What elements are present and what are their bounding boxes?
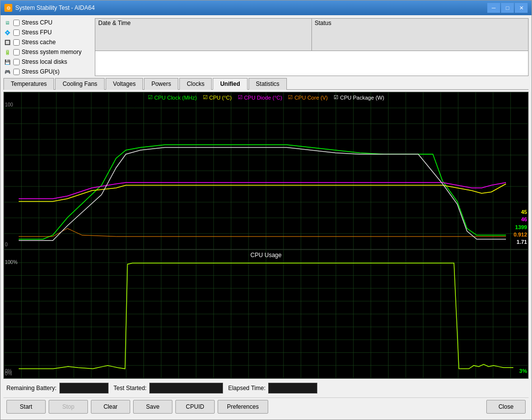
clear-button[interactable]: Clear: [91, 400, 130, 414]
tab-powers[interactable]: Powers: [144, 78, 178, 90]
window-title: System Stability Test - AIDA64: [15, 4, 95, 11]
legend-cpu-package-check: ☑: [334, 94, 338, 101]
stop-button[interactable]: Stop: [49, 400, 88, 414]
stress-fpu-checkbox[interactable]: [13, 29, 20, 36]
tab-cooling-fans[interactable]: Cooling Fans: [55, 78, 105, 90]
stress-cache-item: 🔲 Stress cache: [3, 38, 92, 47]
test-started-label: Test Started:: [113, 385, 146, 392]
chart1-end-cpu-clock: 1399: [515, 224, 527, 231]
stress-cpu-item: 🖥 Stress CPU: [3, 18, 92, 27]
close-window-button[interactable]: ✕: [515, 3, 528, 13]
cpuid-button[interactable]: CPUID: [175, 400, 215, 414]
tab-clocks[interactable]: Clocks: [179, 78, 212, 90]
elapsed-time-group: Elapsed Time:: [228, 383, 317, 394]
stress-fpu-item: 💠 Stress FPU: [3, 28, 92, 37]
chart2-y-top: 100%: [5, 260, 18, 265]
title-bar-controls: ─ □ ✕: [487, 3, 528, 13]
legend-cpu-temp: ☑ CPU (°C): [203, 94, 232, 101]
battery-label: Remaining Battery:: [6, 385, 56, 392]
stress-cpu-label: Stress CPU: [22, 19, 53, 26]
stress-gpu-item: 🎮 Stress GPU(s): [3, 67, 92, 76]
stress-local-label: Stress local disks: [22, 58, 67, 65]
save-button[interactable]: Save: [133, 400, 172, 414]
tabs-bar: Temperatures Cooling Fans Voltages Power…: [3, 78, 529, 90]
legend-cpu-clock-check: ☑: [148, 94, 153, 101]
stress-local-icon: 💾: [3, 58, 11, 66]
elapsed-time-label: Elapsed Time:: [228, 385, 265, 392]
stress-cache-label: Stress cache: [22, 39, 56, 46]
chart1-y-bottom: 0: [5, 242, 13, 247]
cpu-usage-chart: CPU Usage 100% 0% 3%: [4, 250, 528, 378]
main-content: 🖥 Stress CPU 💠 Stress FPU 🔲 Stress cache…: [0, 15, 532, 420]
log-status-header: Status: [312, 19, 529, 51]
stress-cpu-checkbox[interactable]: [13, 20, 20, 26]
log-datetime-header: Date & Time: [95, 19, 312, 51]
log-datetime-body: [95, 51, 312, 76]
stress-gpu-label: Stress GPU(s): [22, 68, 59, 75]
chart1-end-cpu-diode: 46: [521, 216, 527, 223]
stress-memory-checkbox[interactable]: [13, 49, 20, 55]
chart1-end-labels: 45 46 1399 0.912 1.71: [513, 209, 527, 245]
legend-cpu-temp-check: ☑: [203, 94, 208, 101]
legend-cpu-diode-label: CPU Diode (°C): [244, 95, 282, 101]
elapsed-time-field[interactable]: [268, 383, 317, 394]
legend-cpu-core-v: ☑ CPU Core (V): [288, 94, 328, 101]
tab-voltages[interactable]: Voltages: [106, 78, 143, 90]
chart1-legend: ☑ CPU Clock (MHz) ☑ CPU (°C) ☑ CPU Diode…: [4, 94, 528, 101]
tab-temperatures[interactable]: Temperatures: [3, 78, 54, 90]
legend-cpu-clock-label: CPU Clock (MHz): [154, 95, 197, 101]
legend-cpu-package-label: CPU Package (W): [340, 95, 384, 101]
charts-area: ☑ CPU Clock (MHz) ☑ CPU (°C) ☑ CPU Diode…: [3, 92, 529, 379]
close-button[interactable]: Close: [486, 400, 526, 414]
legend-cpu-diode-check: ☑: [238, 94, 243, 101]
title-bar-left: ⚙ System Stability Test - AIDA64: [4, 4, 95, 12]
stress-cache-checkbox[interactable]: [13, 39, 20, 46]
chart2-canvas: [4, 250, 528, 378]
bottom-buttons: Start Stop Clear Save CPUID Preferences …: [3, 397, 529, 417]
minimize-button[interactable]: ─: [487, 3, 500, 13]
stress-memory-item: 🔋 Stress system memory: [3, 48, 92, 56]
stress-local-checkbox[interactable]: [13, 59, 20, 65]
legend-cpu-clock: ☑ CPU Clock (MHz): [148, 94, 197, 101]
stress-memory-icon: 🔋: [3, 48, 11, 56]
stress-cache-icon: 🔲: [3, 38, 11, 46]
legend-cpu-diode: ☑ CPU Diode (°C): [238, 94, 282, 101]
chart2-y-axis: 100% 0%: [5, 250, 18, 378]
stress-memory-label: Stress system memory: [22, 49, 82, 55]
stress-tests-panel: 🖥 Stress CPU 💠 Stress FPU 🔲 Stress cache…: [3, 18, 92, 76]
chart1-y-axis: 100 0: [5, 92, 13, 249]
chart2-y-bottom: 0%: [5, 371, 18, 376]
preferences-button[interactable]: Preferences: [218, 400, 268, 414]
legend-cpu-package: ☑ CPU Package (W): [334, 94, 384, 101]
stress-cpu-icon: 🖥: [3, 19, 11, 26]
stress-gpu-icon: 🎮: [3, 68, 11, 76]
left-buttons: Start Stop Clear Save CPUID Preferences: [6, 400, 268, 414]
log-status-body: [312, 51, 529, 76]
status-bar: Remaining Battery: Test Started: Elapsed…: [3, 381, 529, 395]
chart2-end-label: 3%: [519, 368, 527, 374]
stress-fpu-label: Stress FPU: [22, 29, 52, 36]
stress-gpu-checkbox[interactable]: [13, 69, 20, 75]
battery-field[interactable]: [59, 383, 109, 394]
app-icon: ⚙: [4, 4, 12, 12]
chart1-end-cpu-core-v: 0.912: [513, 232, 527, 238]
chart1-canvas: [4, 92, 528, 249]
top-section: 🖥 Stress CPU 💠 Stress FPU 🔲 Stress cache…: [3, 18, 529, 76]
chart2-end-label-container: 3%: [519, 368, 527, 374]
test-started-group: Test Started:: [113, 383, 223, 394]
chart1-end-cpu-temp: 45: [521, 209, 527, 215]
battery-group: Remaining Battery:: [6, 383, 109, 394]
right-buttons: Close: [486, 400, 526, 414]
start-button[interactable]: Start: [6, 400, 46, 414]
test-started-field[interactable]: [149, 383, 223, 394]
restore-button[interactable]: □: [501, 3, 514, 13]
legend-cpu-core-v-label: CPU Core (V): [294, 95, 328, 101]
title-bar: ⚙ System Stability Test - AIDA64 ─ □ ✕: [0, 0, 532, 15]
chart2-title: CPU Usage: [4, 252, 528, 259]
main-window: ⚙ System Stability Test - AIDA64 ─ □ ✕ 🖥…: [0, 0, 532, 420]
legend-cpu-temp-label: CPU (°C): [209, 95, 232, 101]
chart1-end-cpu-package: 1.71: [517, 239, 527, 245]
stress-fpu-icon: 💠: [3, 28, 11, 36]
tab-statistics[interactable]: Statistics: [249, 78, 287, 90]
tab-unified[interactable]: Unified: [213, 78, 248, 90]
